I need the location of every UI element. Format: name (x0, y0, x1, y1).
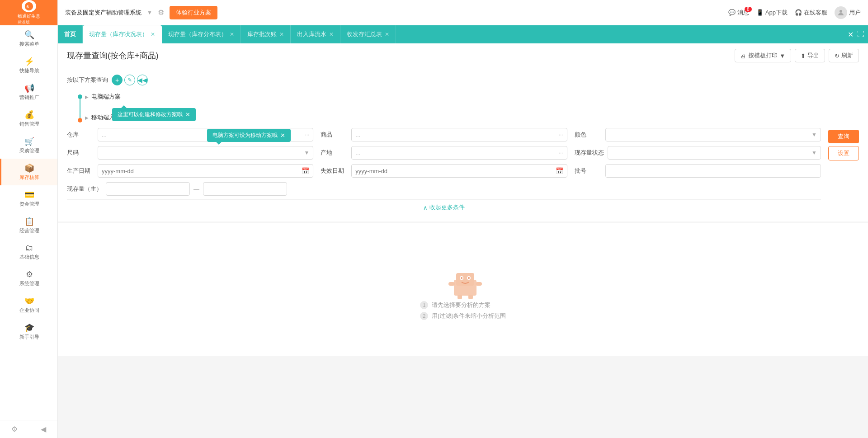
refresh-button[interactable]: ↻ 刷新 (829, 49, 859, 62)
stock-max-input[interactable] (203, 182, 287, 196)
close-all-tabs-icon[interactable]: ✕ (848, 30, 854, 39)
tab-collection[interactable]: 收发存汇总表 ✕ (340, 25, 396, 43)
settings-footer-icon[interactable]: ⚙ (11, 425, 18, 433)
tab-inventory-dist[interactable]: 现存量（库存分布表） ✕ (162, 25, 241, 43)
empty-state-container: 1 请先选择要分析的方案 2 用[过滤]条件来缩小分析范围 (58, 223, 868, 356)
sidebar-item-enterprise[interactable]: 🤝 企业协同 (0, 292, 57, 318)
gear-icon: ⚙ (26, 269, 33, 279)
produce-date-input[interactable]: 📅 (98, 164, 313, 178)
svg-rect-10 (476, 282, 482, 286)
filter-row-stock-status: 现存量状态 ▼ (575, 146, 821, 160)
filter-row-color: 颜色 ▼ (575, 128, 821, 141)
scheme-item-pc[interactable]: ▶ 电脑端方案 (76, 91, 859, 103)
empty-text: 1 请先选择要分析的方案 2 用[过滤]条件来缩小分析范围 (420, 301, 505, 320)
sidebar-item-quick[interactable]: ⚡ 快捷导航 (0, 52, 57, 79)
cart-icon: 🛒 (24, 137, 34, 146)
sidebar-item-operation[interactable]: 📋 经营管理 (0, 212, 57, 239)
calendar-icon2: 📅 (556, 167, 563, 174)
dropdown-arrow-icon[interactable]: ▼ (147, 9, 152, 16)
maximize-icon[interactable]: ⛶ (857, 30, 864, 38)
svg-point-2 (840, 10, 842, 13)
tooltip1-close-button[interactable]: ✕ (280, 132, 285, 139)
tab-inout[interactable]: 出入库流水 ✕ (291, 25, 340, 43)
phone-icon: 📱 (756, 9, 764, 16)
batch-input[interactable] (605, 164, 821, 178)
arrow-left-button[interactable]: ◀◀ (137, 75, 148, 85)
stock-max-field[interactable] (207, 186, 283, 193)
sidebar-item-guide[interactable]: 🎓 新手引导 (0, 318, 57, 345)
main-area: 装备及固定资产辅助管理系统 ▼ ⚙ 体验行业方案 💬 消息 8 📱 App下载 … (58, 0, 868, 438)
stock-status-select[interactable]: ▼ (608, 146, 821, 160)
sidebar: 6 畅通好生意 标准版 🔍 搜索菜单 ⚡ 快捷导航 📢 营销推广 💰 销售管理 … (0, 0, 58, 438)
sidebar-item-inventory[interactable]: 📦 库存核算 (0, 159, 57, 185)
money-icon: 💰 (24, 110, 34, 120)
user-item[interactable]: 用户 (835, 6, 861, 19)
filter-grid: 仓库 ... ··· 商品 ... (67, 128, 821, 178)
connector-dot-top (78, 94, 82, 99)
origin-select[interactable]: ... ··· (351, 146, 567, 160)
sidebar-item-system[interactable]: ⚙ 系统管理 (0, 265, 57, 292)
svg-point-8 (468, 277, 470, 279)
app-download-item[interactable]: 📱 App下载 (756, 9, 788, 17)
edit-scheme-button[interactable]: ✎ (124, 75, 135, 85)
origin-dropdown-icon: ··· (559, 150, 563, 156)
print-button[interactable]: 🖨 按模板打印 ▼ (735, 49, 791, 62)
tab-close-icon[interactable]: ✕ (151, 31, 155, 38)
message-icon: 💬 (728, 9, 736, 16)
batch-field[interactable] (609, 168, 817, 174)
add-scheme-button[interactable]: + (112, 75, 123, 85)
industry-plan-button[interactable]: 体验行业方案 (170, 6, 217, 19)
sidebar-item-finance[interactable]: 💳 资金管理 (0, 185, 57, 212)
sidebar-item-marketing[interactable]: 📢 营销推广 (0, 79, 57, 105)
system-title: 装备及固定资产辅助管理系统 (65, 9, 142, 17)
logo-icon: 6 (22, 0, 36, 12)
color-select[interactable]: ▼ (605, 128, 821, 141)
filter-grid-area: 仓库 ... ··· 商品 ... (67, 128, 821, 215)
tab-inventory-status[interactable]: 现存量（库存状况表） ✕ (83, 25, 162, 43)
message-item[interactable]: 💬 消息 8 (728, 9, 749, 17)
stock-min-field[interactable] (110, 186, 186, 193)
reset-button[interactable]: 设置 (828, 146, 859, 160)
page-actions: 🖨 按模板打印 ▼ ⬆ 导出 ↻ 刷新 (735, 49, 859, 62)
sidebar-footer: ⚙ ◀ (0, 420, 57, 438)
print-icon: 🖨 (741, 52, 746, 59)
sidebar-item-search[interactable]: 🔍 搜索菜单 (0, 25, 57, 52)
tab-close-icon2[interactable]: ✕ (230, 31, 234, 38)
page-header: 现存量查询(按仓库+商品) 🖨 按模板打印 ▼ ⬆ 导出 ↻ 刷新 (58, 43, 868, 68)
produce-date-field[interactable] (102, 168, 302, 174)
refresh-icon: ↻ (835, 52, 840, 59)
stock-min-input[interactable] (106, 182, 190, 196)
warehouse-dropdown-icon: ··· (305, 132, 309, 138)
connector-line (80, 99, 80, 118)
sidebar-item-sales[interactable]: 💰 销售管理 (0, 105, 57, 132)
logo-text: 畅通好生意 标准版 (18, 13, 40, 25)
tabs-right-actions: ✕ ⛶ (848, 30, 868, 39)
filter-section-inner: 按以下方案查询 + ✎ ◀◀ 电脑方案可设为移动方案哦 ✕ (67, 75, 859, 215)
tab-close-icon4[interactable]: ✕ (329, 31, 334, 38)
online-service-item[interactable]: 🎧 在线客服 (795, 9, 827, 17)
tab-home[interactable]: 首页 (58, 25, 83, 43)
header-gear-icon[interactable]: ⚙ (158, 8, 164, 17)
tab-close-icon3[interactable]: ✕ (279, 31, 284, 38)
scheme-arrow-mobile: ▶ (85, 115, 89, 120)
search-button[interactable]: 查询 (828, 130, 859, 143)
collapse-more-button[interactable]: ∧ 收起更多条件 (67, 199, 821, 215)
export-icon: ⬆ (801, 52, 806, 59)
tooltip2-close-button[interactable]: ✕ (185, 111, 190, 118)
print-dropdown-icon: ▼ (779, 52, 785, 59)
collapse-sidebar-icon[interactable]: ◀ (41, 425, 46, 433)
size-select[interactable]: ▼ (98, 146, 313, 160)
expire-date-input[interactable]: 📅 (351, 164, 567, 178)
expire-date-field[interactable] (355, 168, 555, 174)
scheme-arrow-pc: ▶ (85, 94, 89, 99)
sidebar-item-purchase[interactable]: 🛒 采购管理 (0, 132, 57, 159)
filter-row-goods: 商品 ... ··· (321, 128, 567, 141)
tab-batch[interactable]: 库存批次账 ✕ (241, 25, 291, 43)
tab-close-icon5[interactable]: ✕ (385, 31, 389, 38)
sidebar-nav: 🔍 搜索菜单 ⚡ 快捷导航 📢 营销推广 💰 销售管理 🛒 采购管理 📦 库存核… (0, 25, 57, 420)
export-button[interactable]: ⬆ 导出 (795, 49, 825, 62)
graduate-icon: 🎓 (24, 323, 34, 333)
goods-select[interactable]: ... ··· (351, 128, 567, 141)
sidebar-item-basic[interactable]: 🗂 基础信息 (0, 239, 57, 265)
folder-icon: 🗂 (25, 243, 33, 253)
